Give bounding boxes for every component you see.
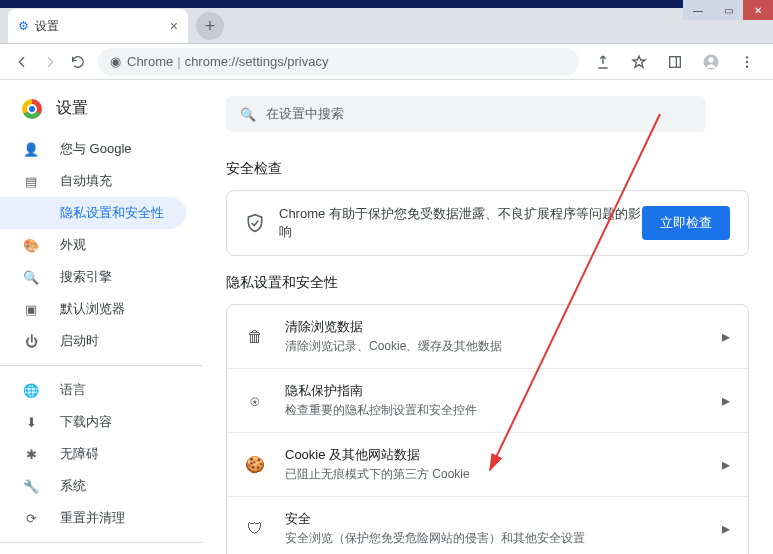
forward-button[interactable] bbox=[36, 48, 64, 76]
row-title: 清除浏览数据 bbox=[285, 318, 722, 336]
settings-main: 🔍 在设置中搜索 安全检查 Chrome 有助于保护您免受数据泄露、不良扩展程序… bbox=[202, 80, 773, 554]
settings-title: 设置 bbox=[56, 98, 88, 119]
menu-icon[interactable] bbox=[733, 48, 761, 76]
address-bar[interactable]: ◉ Chrome | chrome://settings/privacy bbox=[98, 48, 579, 76]
sidebar-label: 自动填充 bbox=[60, 172, 112, 190]
row-privacy-guide[interactable]: ⍟ 隐私保护指南检查重要的隐私控制设置和安全控件 ▸ bbox=[227, 368, 748, 432]
browser-toolbar: ◉ Chrome | chrome://settings/privacy bbox=[0, 44, 773, 80]
lock-icon: 🛡 bbox=[245, 520, 265, 538]
sidebar-item-privacy[interactable]: 隐私设置和安全性 bbox=[0, 197, 186, 229]
power-icon: ⏻ bbox=[22, 332, 40, 350]
new-tab-button[interactable]: + bbox=[196, 12, 224, 40]
row-clear-browsing-data[interactable]: 🗑 清除浏览数据清除浏览记录、Cookie、缓存及其他数据 ▸ bbox=[227, 305, 748, 368]
sidebar-label: 默认浏览器 bbox=[60, 300, 125, 318]
reset-icon: ⟳ bbox=[22, 509, 40, 527]
svg-point-6 bbox=[746, 65, 748, 67]
row-security[interactable]: 🛡 安全安全浏览（保护您免受危险网站的侵害）和其他安全设置 ▸ bbox=[227, 496, 748, 554]
address-url: chrome://settings/privacy bbox=[185, 54, 329, 69]
sidebar-divider bbox=[0, 365, 202, 366]
sidebar-label: 搜索引擎 bbox=[60, 268, 112, 286]
appearance-icon: 🎨 bbox=[22, 236, 40, 254]
safety-check-button[interactable]: 立即检查 bbox=[642, 206, 730, 240]
svg-point-4 bbox=[746, 56, 748, 58]
sidebar-label: 系统 bbox=[60, 477, 86, 495]
sidebar-label: 无障碍 bbox=[60, 445, 99, 463]
sidebar-item-on-startup[interactable]: ⏻启动时 bbox=[0, 325, 202, 357]
safety-check-card: Chrome 有助于保护您免受数据泄露、不良扩展程序等问题的影响 立即检查 bbox=[226, 190, 749, 256]
section-title-safety: 安全检查 bbox=[226, 160, 749, 178]
settings-sidebar: 设置 👤您与 Google ▤自动填充 隐私设置和安全性 🎨外观 🔍搜索引擎 ▣… bbox=[0, 80, 202, 554]
download-icon: ⬇ bbox=[22, 413, 40, 431]
star-icon[interactable] bbox=[625, 48, 653, 76]
person-icon: 👤 bbox=[22, 140, 40, 158]
sidebar-label: 重置并清理 bbox=[60, 509, 125, 527]
window-titlebar bbox=[0, 0, 773, 8]
row-cookies[interactable]: 🍪 Cookie 及其他网站数据已阻止无痕模式下的第三方 Cookie ▸ bbox=[227, 432, 748, 496]
side-panel-icon[interactable] bbox=[661, 48, 689, 76]
sidebar-item-default-browser[interactable]: ▣默认浏览器 bbox=[0, 293, 202, 325]
sidebar-item-languages[interactable]: 🌐语言 bbox=[0, 374, 202, 406]
cookie-icon: 🍪 bbox=[245, 455, 265, 474]
sidebar-item-accessibility[interactable]: ✱无障碍 bbox=[0, 438, 202, 470]
sidebar-item-search-engine[interactable]: 🔍搜索引擎 bbox=[0, 261, 202, 293]
row-subtitle: 安全浏览（保护您免受危险网站的侵害）和其他安全设置 bbox=[285, 530, 722, 547]
share-icon[interactable] bbox=[589, 48, 617, 76]
profile-avatar[interactable] bbox=[697, 48, 725, 76]
reload-button[interactable] bbox=[64, 48, 92, 76]
chevron-right-icon: ▸ bbox=[722, 391, 730, 410]
back-button[interactable] bbox=[8, 48, 36, 76]
trash-icon: 🗑 bbox=[245, 328, 265, 346]
address-separator: | bbox=[177, 54, 180, 69]
sidebar-label: 下载内容 bbox=[60, 413, 112, 431]
chevron-right-icon: ▸ bbox=[722, 327, 730, 346]
section-title-privacy: 隐私设置和安全性 bbox=[226, 274, 749, 292]
wrench-icon: 🔧 bbox=[22, 477, 40, 495]
tab-title: 设置 bbox=[35, 18, 59, 35]
address-scheme: Chrome bbox=[127, 54, 173, 69]
settings-header: 设置 bbox=[0, 98, 202, 133]
accessibility-icon: ✱ bbox=[22, 445, 40, 463]
sidebar-item-reset[interactable]: ⟳重置并清理 bbox=[0, 502, 202, 534]
chrome-logo-icon bbox=[22, 99, 42, 119]
sidebar-label: 语言 bbox=[60, 381, 86, 399]
row-subtitle: 已阻止无痕模式下的第三方 Cookie bbox=[285, 466, 722, 483]
chevron-right-icon: ▸ bbox=[722, 455, 730, 474]
svg-point-3 bbox=[708, 57, 713, 62]
svg-point-5 bbox=[746, 60, 748, 62]
window-close-button[interactable]: ✕ bbox=[743, 0, 773, 20]
gear-icon: ⚙ bbox=[18, 19, 29, 33]
sidebar-item-appearance[interactable]: 🎨外观 bbox=[0, 229, 202, 261]
shield-icon bbox=[22, 204, 40, 222]
settings-search-input[interactable]: 🔍 在设置中搜索 bbox=[226, 96, 706, 132]
guide-icon: ⍟ bbox=[245, 392, 265, 410]
search-placeholder: 在设置中搜索 bbox=[266, 105, 344, 123]
sidebar-label: 隐私设置和安全性 bbox=[60, 204, 164, 222]
chrome-icon: ◉ bbox=[110, 54, 121, 69]
window-maximize-button[interactable]: ▭ bbox=[713, 0, 743, 20]
search-icon: 🔍 bbox=[22, 268, 40, 286]
browser-tab-strip: ⚙ 设置 × + — ▭ ✕ bbox=[0, 8, 773, 44]
sidebar-divider bbox=[0, 542, 202, 543]
sidebar-label: 您与 Google bbox=[60, 140, 132, 158]
browser-tab-settings[interactable]: ⚙ 设置 × bbox=[8, 9, 188, 43]
safety-check-text: Chrome 有助于保护您免受数据泄露、不良扩展程序等问题的影响 bbox=[279, 205, 642, 241]
close-tab-icon[interactable]: × bbox=[170, 18, 178, 34]
row-subtitle: 清除浏览记录、Cookie、缓存及其他数据 bbox=[285, 338, 722, 355]
sidebar-label: 启动时 bbox=[60, 332, 99, 350]
row-title: Cookie 及其他网站数据 bbox=[285, 446, 722, 464]
row-subtitle: 检查重要的隐私控制设置和安全控件 bbox=[285, 402, 722, 419]
sidebar-item-system[interactable]: 🔧系统 bbox=[0, 470, 202, 502]
shield-check-icon bbox=[245, 213, 265, 233]
browser-icon: ▣ bbox=[22, 300, 40, 318]
sidebar-item-you-and-google[interactable]: 👤您与 Google bbox=[0, 133, 202, 165]
globe-icon: 🌐 bbox=[22, 381, 40, 399]
row-title: 安全 bbox=[285, 510, 722, 528]
svg-rect-0 bbox=[670, 56, 681, 67]
window-minimize-button[interactable]: — bbox=[683, 0, 713, 20]
sidebar-item-autofill[interactable]: ▤自动填充 bbox=[0, 165, 202, 197]
row-title: 隐私保护指南 bbox=[285, 382, 722, 400]
search-icon: 🔍 bbox=[240, 107, 256, 122]
sidebar-item-downloads[interactable]: ⬇下载内容 bbox=[0, 406, 202, 438]
sidebar-label: 外观 bbox=[60, 236, 86, 254]
chevron-right-icon: ▸ bbox=[722, 519, 730, 538]
